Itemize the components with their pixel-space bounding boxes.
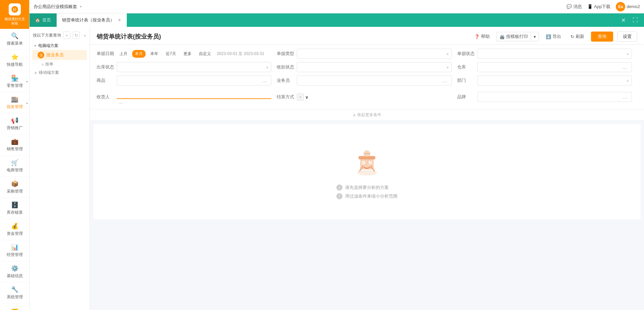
close-all-tabs-btn[interactable]: ✕ [619,15,628,25]
message-icon: 💬 [567,4,572,9]
docstatus-select[interactable]: ∨ [477,49,632,59]
collapse-more-btn[interactable]: ∧ 收起更多条件 [353,112,381,118]
goods-dots[interactable]: … [260,78,268,84]
sidebar-item-cooperation[interactable]: 🤝 企业协同 [0,304,29,310]
warehouse-select[interactable]: … [477,62,632,72]
chevron-down-icon: ▾ [534,34,536,39]
warehouse-label: 仓库 [457,64,475,70]
date-tab-this-year[interactable]: 本年 [148,50,161,58]
sidebar-item-label: 经营管理 [7,252,23,258]
date-tab-7days[interactable]: 近7天 [163,50,179,58]
consignee-input[interactable] [117,89,271,99]
warehouse-dots[interactable]: … [621,64,629,70]
date-label: 单据日期 [97,51,114,57]
sidebar-item-purchase[interactable]: 📦 采购管理 [0,177,29,198]
payment-control: × ∨ [297,93,451,101]
payment-label: 结算方式 [277,94,294,100]
sidebar-item-search[interactable]: 🔍 搜索菜单 [0,29,29,50]
date-tab-more[interactable]: 更多 [181,50,194,58]
app-download-btn[interactable]: 📱 App下载 [587,4,610,10]
date-tab-this-month[interactable]: 本月 [132,50,146,58]
print-label: 按模板打印 [506,34,528,40]
consignee-label: 收货人 [97,94,114,100]
print-btn[interactable]: 🖨️ 按模板打印 [497,32,531,41]
mobile-expand-icon: ▶ [35,71,38,74]
home-icon: 🏠 [35,18,40,23]
paystatus-select[interactable]: ∨ [297,62,451,72]
sidebar-item-label: 资金管理 [7,231,23,237]
scheme-by-order[interactable]: ≡ 按单 [32,60,87,68]
tab-sales-stat[interactable]: 销货单统计表（按业务员） ✕ [57,13,127,27]
collapse-panel-btn[interactable]: « [84,33,86,38]
sidebar-item-system[interactable]: 🔧 系统管理 [0,282,29,304]
sidebar-item-label: 系统管理 [7,294,23,300]
sidebar-item-inventory[interactable]: 🗄️ 库存核算 [0,198,29,219]
inventory-icon: 🗄️ [11,201,18,209]
settings-btn[interactable]: 设置 [617,32,637,42]
sidebar-item-wholesale[interactable]: 🏬 批发管理 ▴ [0,92,29,113]
print-dropdown-btn[interactable]: ▾ [531,33,539,41]
tab-close-icon[interactable]: ✕ [118,18,121,22]
svg-text:好: 好 [13,7,16,11]
goods-select[interactable]: … [117,75,271,86]
salesperson-select[interactable]: … [297,75,451,86]
filter-cell-paystatus: 收款状态 ∨ [277,62,457,72]
payment-tag: × [297,93,304,101]
filter-cell-date: 单据日期 上月 本月 本年 近7天 更多 自定义 2023-03-01 至 20… [97,50,277,58]
mobile-scheme-header[interactable]: ▶ 移动端方案 [32,68,87,77]
sidebar-item-basic[interactable]: ⚙️ 基础信息 [0,261,29,282]
sidebar-item-marketing[interactable]: 📢 营销推广 [0,113,29,135]
sidebar-item-ecommerce[interactable]: 🛒 电商管理 [0,156,29,177]
query-btn[interactable]: 查询 [591,32,613,42]
department-select[interactable]: ∨ [477,75,632,86]
brand-select[interactable]: … [477,92,632,102]
main-area: 办公用品行业模拟账套 ▾ 💬 消息 📱 App下载 Ea demo2 🏠 首页 [30,0,644,310]
sidebar-item-finance[interactable]: 💰 资金管理 [0,219,29,240]
cooperation-icon: 🤝 [11,307,18,310]
filter-cell-docstatus: 单据状态 ∨ [457,49,637,59]
sidebar-item-label: 采购管理 [7,189,23,194]
desktop-scheme-header[interactable]: ▼ 电脑端方案 [32,42,87,50]
sidebar-item-label: 搜索菜单 [7,41,23,46]
system-icon: 🔧 [11,286,18,293]
export-btn[interactable]: ⬇️ 导出 [543,32,564,41]
refresh-btn[interactable]: ↻ 刷新 [568,32,587,41]
payment-tag-close[interactable]: × [299,95,301,99]
app-download-label: App下载 [594,4,610,10]
right-panel: 销货单统计表(按业务员) ❓ 帮助 🖨️ 按模板打印 ▾ [90,27,644,310]
order-icon: ≡ [42,62,44,66]
message-btn[interactable]: 💬 消息 [567,4,582,10]
finance-icon: 💰 [11,222,18,230]
date-tab-custom[interactable]: 自定义 [196,50,214,58]
filter-cell-outstatus: 出库状态 ∨ [97,62,277,72]
filter-area: 单据日期 上月 本月 本年 近7天 更多 自定义 2023-03-01 至 20… [90,45,644,109]
outstatus-select[interactable]: ∨ [117,62,271,72]
salesperson-dots[interactable]: … [441,78,449,84]
fullscreen-btn[interactable]: ⛶ [631,15,640,25]
operation-icon: 📊 [11,244,18,251]
scheme-icon: 业 [38,52,44,58]
tab-home[interactable]: 🏠 首页 [30,13,57,27]
sidebar-item-shortcut[interactable]: ⭐ 快捷导航 [0,50,29,71]
page-actions: ❓ 帮助 🖨️ 按模板打印 ▾ ⬇️ 导出 [472,32,637,42]
doctype-select[interactable]: ∨ [297,49,451,59]
date-tab-last-month[interactable]: 上月 [117,50,130,58]
printer-icon: 🖨️ [499,34,505,39]
salesperson-label: 业务员 [277,78,294,84]
sidebar-item-sales[interactable]: 💼 销售管理 [0,135,29,156]
brand-dots[interactable]: … [621,94,629,100]
basic-icon: ⚙️ [11,265,18,272]
sidebar-item-operation[interactable]: 📊 经营管理 [0,240,29,261]
sidebar-item-retail[interactable]: 🏪 零售管理 ▾ [0,71,29,92]
company-dropdown-icon[interactable]: ▾ [80,5,82,8]
consignee-dots[interactable]: … [117,99,125,105]
add-scheme-btn[interactable]: + [63,32,70,39]
sidebar-logo[interactable]: 好 畅捷通好生意 标版 [0,0,30,29]
refresh-scheme-btn[interactable]: ↻ [72,32,80,39]
page-title: 销货单统计表(按业务员) [97,33,161,41]
scheme-by-salesperson[interactable]: 业 按业务员 [32,50,87,60]
help-btn[interactable]: ❓ 帮助 [472,32,492,41]
topbar-left: 办公用品行业模拟账套 ▾ [34,4,567,10]
user-menu[interactable]: Ea demo2 [616,2,640,11]
filter-cell-consignee: 收货人 … [97,89,277,105]
